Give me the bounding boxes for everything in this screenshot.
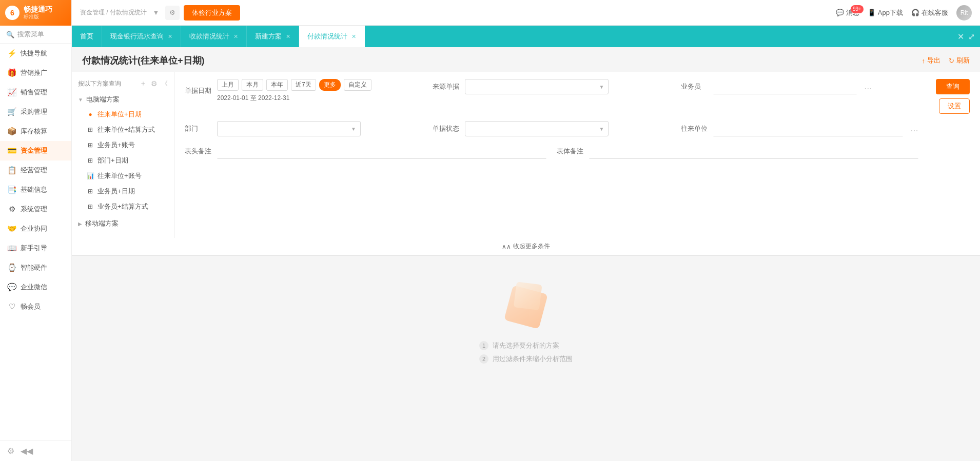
header-note-input[interactable] bbox=[217, 144, 546, 159]
date-btn-this-month[interactable]: 本月 bbox=[242, 79, 263, 91]
scheme-item-partner-date[interactable]: ● 往来单位+日期 bbox=[72, 107, 174, 122]
sidebar-item-label: 企业微信 bbox=[21, 283, 47, 292]
sidebar-item-weixin[interactable]: 💬企业微信 bbox=[0, 277, 71, 297]
tab-bank-flow[interactable]: 现金银行流水查询 ✕ bbox=[102, 26, 181, 47]
tab-close-all-btn[interactable]: ✕ bbox=[957, 32, 964, 42]
service-icon: 🎧 bbox=[911, 9, 919, 16]
tab-payment-stats[interactable]: 付款情况统计 ✕ bbox=[299, 26, 365, 47]
topbar: 资金管理 / 付款情况统计 ▼ ⚙ 体验行业方案 💬 消息 99+ 📱 App下… bbox=[72, 0, 980, 26]
sidebar-item-label: 采购管理 bbox=[21, 107, 47, 116]
settings-btn2[interactable]: 设置 bbox=[939, 98, 970, 114]
basic-icon: 📑 bbox=[7, 185, 16, 194]
scheme-group-mobile-header[interactable]: ▶ 移动端方案 bbox=[72, 216, 174, 231]
tab-new-scheme-close[interactable]: ✕ bbox=[286, 33, 290, 40]
logo-icon: 6 bbox=[5, 6, 19, 20]
scheme-icon-1: ⊞ bbox=[86, 126, 94, 133]
date-btn-more[interactable]: 更多 bbox=[319, 79, 341, 91]
date-btn-this-year[interactable]: 本年 bbox=[266, 79, 288, 91]
scheme-item-dept-date[interactable]: ⊞ 部门+日期 bbox=[72, 153, 174, 168]
page-actions: ↑ 导出 ↻ 刷新 bbox=[922, 56, 970, 65]
tab-home[interactable]: 首页 bbox=[72, 26, 102, 47]
search-menu[interactable]: 🔍 搜索菜单 bbox=[0, 26, 71, 44]
scheme-item-salesperson-account[interactable]: ⊞ 业务员+账号 bbox=[72, 137, 174, 153]
avatar[interactable]: Rit bbox=[956, 5, 972, 21]
date-btn-custom[interactable]: 自定义 bbox=[344, 79, 371, 91]
sidebar-item-purchase[interactable]: 🛒采购管理 bbox=[0, 102, 71, 122]
sidebar-item-guide[interactable]: 📖新手引导 bbox=[0, 238, 71, 258]
partner-dots[interactable]: … bbox=[910, 124, 918, 133]
empty-illustration bbox=[500, 287, 552, 333]
salesperson-dots[interactable]: … bbox=[864, 82, 872, 91]
finance-icon: 💳 bbox=[7, 146, 16, 155]
settings-footer-icon[interactable]: ⚙ bbox=[7, 446, 14, 456]
date-btn-last-month[interactable]: 上月 bbox=[217, 79, 239, 91]
sidebar-item-basic[interactable]: 📑基础信息 bbox=[0, 180, 71, 199]
scheme-active-icon: ● bbox=[86, 111, 94, 118]
tab-receivable-close[interactable]: ✕ bbox=[233, 33, 238, 40]
export-btn[interactable]: ↑ 导出 bbox=[922, 56, 941, 65]
breadcrumb-dropdown[interactable]: ▼ bbox=[151, 8, 161, 18]
date-btn-7days[interactable]: 近7天 bbox=[291, 79, 316, 91]
scheme-settings-btn[interactable]: ⚙ bbox=[151, 79, 158, 88]
scheme-item-salesperson-date[interactable]: ⊞ 业务员+日期 bbox=[72, 184, 174, 199]
page-title: 付款情况统计(往来单位+日期) bbox=[82, 54, 205, 67]
sidebar-item-enterprise[interactable]: 🤝企业协同 bbox=[0, 219, 71, 238]
scheme-group-desktop: ▼ 电脑端方案 ● 往来单位+日期 ⊞ 往来单位+结算方式 ⊞ bbox=[72, 92, 174, 214]
doc-status-select[interactable]: ▼ bbox=[465, 121, 609, 136]
scheme-item-salesperson-settlement[interactable]: ⊞ 业务员+结算方式 bbox=[72, 199, 174, 214]
scheme-group-desktop-label: 电脑端方案 bbox=[86, 95, 120, 104]
scheme-group-desktop-header[interactable]: ▼ 电脑端方案 bbox=[72, 92, 174, 107]
tip-text-2: 用过滤条件来缩小分析范围 bbox=[493, 354, 573, 364]
tab-new-scheme[interactable]: 新建方案 ✕ bbox=[247, 26, 299, 47]
empty-tip-2: 2 用过滤条件来缩小分析范围 bbox=[479, 354, 573, 364]
header-note-label: 表头备注 bbox=[185, 147, 213, 156]
query-btn[interactable]: 查询 bbox=[936, 79, 970, 94]
operations-icon: 📋 bbox=[7, 166, 16, 175]
dept-select[interactable]: ▼ bbox=[217, 121, 361, 136]
tab-bank-flow-close[interactable]: ✕ bbox=[168, 33, 172, 40]
sidebar-item-member[interactable]: ♡畅会员 bbox=[0, 297, 71, 316]
salesperson-input[interactable] bbox=[713, 79, 857, 94]
sidebar-item-finance[interactable]: 💳资金管理 bbox=[0, 141, 71, 161]
guide-icon: 📖 bbox=[7, 244, 16, 253]
sidebar-item-label: 新手引导 bbox=[21, 244, 47, 253]
sidebar-item-label: 库存核算 bbox=[21, 127, 47, 136]
sidebar-item-operations[interactable]: 📋经营管理 bbox=[0, 161, 71, 180]
tab-receivable[interactable]: 收款情况统计 ✕ bbox=[181, 26, 247, 47]
service-btn[interactable]: 🎧 在线客服 bbox=[911, 8, 948, 17]
tab-expand-btn[interactable]: ⤢ bbox=[968, 32, 975, 42]
sidebar-item-hardware[interactable]: ⌚智能硬件 bbox=[0, 258, 71, 277]
sidebar-item-inventory[interactable]: 📦库存核算 bbox=[0, 122, 71, 141]
chevron-right-icon: ▶ bbox=[78, 221, 82, 227]
scheme-icon-4: 📊 bbox=[86, 172, 94, 179]
quick-nav-icon: ⚡ bbox=[7, 49, 16, 58]
sidebar-item-label: 基础信息 bbox=[21, 185, 47, 194]
partner-input[interactable] bbox=[713, 121, 903, 136]
scheme-item-partner-account[interactable]: 📊 往来单位+账号 bbox=[72, 168, 174, 184]
refresh-btn[interactable]: ↻ 刷新 bbox=[949, 56, 970, 65]
sidebar-item-label: 系统管理 bbox=[21, 205, 47, 214]
sidebar: 6 畅捷通巧 标准版 🔍 搜索菜单 ⚡快捷导航🎁营销推广📈销售管理🛒采购管理📦库… bbox=[0, 0, 72, 461]
scheme-group-mobile-label: 移动端方案 bbox=[85, 219, 119, 228]
trial-btn[interactable]: 体验行业方案 bbox=[184, 5, 240, 21]
salesperson-field: 业务员 … bbox=[681, 79, 918, 94]
tab-payment-stats-close[interactable]: ✕ bbox=[351, 33, 356, 40]
marketing-icon: 🎁 bbox=[7, 68, 16, 77]
sidebar-item-marketing[interactable]: 🎁营销推广 bbox=[0, 63, 71, 83]
collapse-sidebar-icon[interactable]: ◀◀ bbox=[21, 446, 33, 456]
content-area: 付款情况统计(往来单位+日期) ↑ 导出 ↻ 刷新 按以下方案查询 bbox=[72, 47, 980, 461]
scheme-collapse-btn[interactable]: 《 bbox=[162, 79, 168, 88]
body-note-input[interactable] bbox=[589, 144, 918, 159]
collapse-bar[interactable]: ∧∧ 收起更多条件 bbox=[72, 238, 980, 255]
source-select[interactable]: ▼ bbox=[465, 79, 609, 94]
download-btn[interactable]: 📱 App下载 bbox=[868, 8, 903, 17]
sidebar-item-quick-nav[interactable]: ⚡快捷导航 bbox=[0, 44, 71, 63]
scheme-item-partner-settlement[interactable]: ⊞ 往来单位+结算方式 bbox=[72, 122, 174, 137]
sidebar-item-system[interactable]: ⚙系统管理 bbox=[0, 199, 71, 219]
scheme-icon-6: ⊞ bbox=[86, 203, 94, 210]
messages-btn[interactable]: 💬 消息 99+ bbox=[836, 8, 859, 17]
partner-label: 往来单位 bbox=[681, 124, 709, 133]
topbar-settings-btn[interactable]: ⚙ bbox=[165, 6, 180, 20]
sidebar-item-sales[interactable]: 📈销售管理 bbox=[0, 83, 71, 102]
add-scheme-btn[interactable]: ＋ bbox=[140, 79, 147, 88]
